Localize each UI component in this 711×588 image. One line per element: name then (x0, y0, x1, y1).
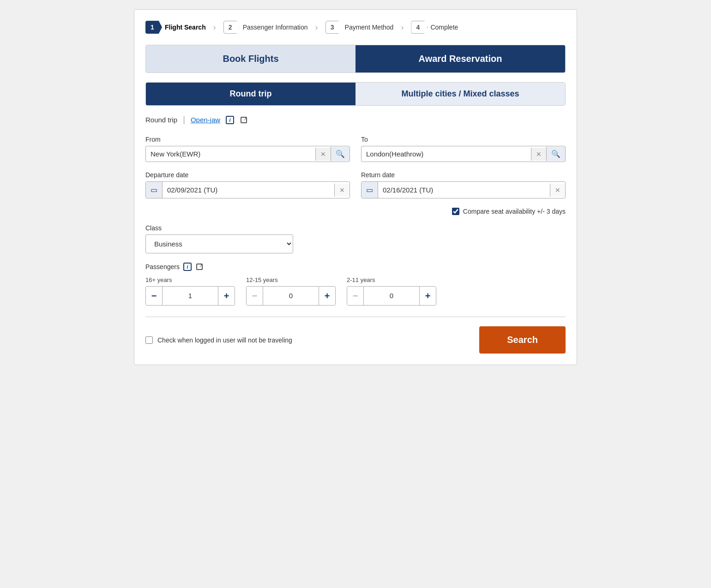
teens-decrement-button[interactable]: − (247, 287, 263, 305)
passenger-group-adults: 16+ years − 1 + (145, 276, 235, 306)
adults-decrement-button[interactable]: − (146, 287, 163, 305)
to-label: To (361, 136, 566, 143)
date-row: Departure date ▭ ✕ Return date ▭ ✕ (145, 171, 566, 198)
return-date-input[interactable] (378, 182, 550, 198)
open-jaw-link[interactable]: Open-jaw (191, 116, 220, 124)
return-date-wrapper: ▭ ✕ (361, 181, 566, 198)
to-search-icon: 🔍 (551, 150, 560, 158)
teens-age-label: 12-15 years (246, 276, 336, 283)
passenger-group-children: 2-11 years − 0 + (347, 276, 436, 306)
from-label: From (145, 136, 350, 143)
departure-date-input[interactable] (163, 182, 334, 198)
teens-increment-button[interactable]: + (319, 287, 335, 305)
departure-calendar-icon: ▭ (146, 182, 163, 198)
from-input[interactable] (146, 146, 315, 162)
departure-label: Departure date (145, 171, 350, 179)
step-2-label: Passenger Information (243, 24, 308, 31)
step-sep-3: › (401, 23, 404, 32)
main-container: 1 Flight Search › 2 Passenger Informatio… (134, 9, 577, 365)
return-group: Return date ▭ ✕ (361, 171, 566, 198)
sub-tab-multiple-cities[interactable]: Multiple cities / Mixed classes (356, 83, 565, 105)
step-1: 1 Flight Search (145, 21, 206, 34)
progress-bar: 1 Flight Search › 2 Passenger Informatio… (145, 21, 566, 34)
to-input[interactable] (362, 146, 531, 162)
from-input-wrapper: ✕ 🔍 (145, 146, 350, 162)
sub-tab-round-trip[interactable]: Round trip (146, 83, 356, 105)
sub-tab-header: Round trip Multiple cities / Mixed class… (145, 82, 566, 106)
adults-value: 1 (163, 287, 218, 305)
step-4-number: 4 (411, 21, 428, 34)
step-3-label: Payment Method (345, 24, 394, 31)
adults-stepper: − 1 + (145, 286, 235, 306)
from-search-button[interactable]: 🔍 (331, 147, 349, 161)
step-4: 4 Complete (411, 21, 458, 34)
adults-increment-button[interactable]: + (218, 287, 235, 305)
trip-type-label: Round trip (145, 116, 177, 124)
departure-group: Departure date ▭ ✕ (145, 171, 350, 198)
bottom-row: Check when logged in user will not be tr… (145, 326, 566, 354)
step-1-label: Flight Search (165, 24, 206, 31)
from-clear-button[interactable]: ✕ (315, 148, 331, 161)
step-1-number: 1 (145, 21, 162, 34)
section-divider (145, 317, 566, 317)
logged-in-check-group: Check when logged in user will not be tr… (145, 336, 292, 344)
step-2-number: 2 (223, 21, 240, 34)
step-sep-1: › (213, 23, 216, 32)
step-sep-2: › (315, 23, 318, 32)
step-3-number: 3 (325, 21, 342, 34)
trip-type-row: Round trip | Open-jaw i (145, 115, 566, 125)
children-increment-button[interactable]: + (419, 287, 436, 305)
open-jaw-info-icon[interactable]: i (226, 116, 234, 124)
class-row: Class Economy Premium Economy Business F… (145, 224, 566, 253)
passenger-group-teens: 12-15 years − 0 + (246, 276, 336, 306)
to-group: To ✕ 🔍 (361, 136, 566, 162)
teens-stepper: − 0 + (246, 286, 336, 306)
from-clear-icon: ✕ (320, 150, 326, 158)
return-label: Return date (361, 171, 566, 179)
class-select[interactable]: Economy Premium Economy Business First (145, 234, 293, 253)
from-group: From ✕ 🔍 (145, 136, 350, 162)
return-calendar-icon: ▭ (362, 182, 378, 198)
step-4-label: Complete (430, 24, 458, 31)
search-button[interactable]: Search (479, 326, 566, 354)
to-clear-button[interactable]: ✕ (531, 148, 546, 161)
departure-clear-icon: ✕ (339, 186, 345, 194)
trip-type-divider: | (183, 115, 185, 125)
tab-award-reservation[interactable]: Award Reservation (356, 45, 565, 72)
logged-in-checkbox[interactable] (145, 336, 153, 344)
return-date-clear-button[interactable]: ✕ (550, 184, 565, 197)
passengers-external-icon[interactable] (196, 264, 203, 270)
tab-book-flights[interactable]: Book Flights (146, 45, 356, 72)
class-label: Class (145, 224, 566, 232)
passengers-row: 16+ years − 1 + 12-15 years − 0 + 2-11 y… (145, 276, 566, 306)
from-search-icon: 🔍 (336, 150, 345, 158)
adults-age-label: 16+ years (145, 276, 235, 283)
step-2: 2 Passenger Information (223, 21, 308, 34)
passengers-label-row: Passengers i (145, 263, 566, 271)
children-age-label: 2-11 years (347, 276, 436, 283)
main-tab-header: Book Flights Award Reservation (145, 45, 566, 73)
passengers-info-icon[interactable]: i (183, 263, 192, 271)
children-decrement-button[interactable]: − (347, 287, 364, 305)
departure-date-clear-button[interactable]: ✕ (334, 184, 349, 197)
from-to-row: From ✕ 🔍 To ✕ 🔍 (145, 136, 566, 162)
teens-value: 0 (263, 287, 319, 305)
compare-checkbox-row: Compare seat availability +/- 3 days (145, 208, 566, 215)
compare-checkbox[interactable] (452, 208, 459, 215)
departure-date-wrapper: ▭ ✕ (145, 181, 350, 198)
return-clear-icon: ✕ (555, 186, 560, 194)
to-clear-icon: ✕ (536, 150, 542, 158)
step-3: 3 Payment Method (325, 21, 394, 34)
logged-in-check-label: Check when logged in user will not be tr… (157, 336, 292, 344)
to-input-wrapper: ✕ 🔍 (361, 146, 566, 162)
passengers-label: Passengers (145, 263, 180, 270)
compare-checkbox-label: Compare seat availability +/- 3 days (463, 208, 566, 215)
children-value: 0 (364, 287, 419, 305)
to-search-button[interactable]: 🔍 (546, 147, 565, 161)
open-jaw-external-icon[interactable] (241, 117, 247, 123)
children-stepper: − 0 + (347, 286, 436, 306)
